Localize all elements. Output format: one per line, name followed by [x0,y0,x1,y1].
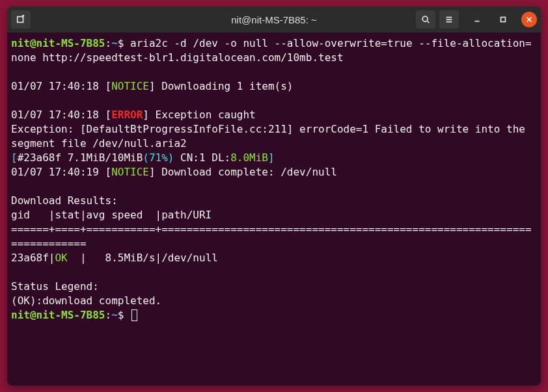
search-button[interactable] [416,10,435,29]
legend-header: Status Legend: [11,280,99,293]
cursor-icon [131,309,137,321]
menu-button[interactable] [439,10,459,29]
titlebar: nit@nit-MS-7B85: ~ [7,7,541,33]
svg-rect-0 [18,17,23,23]
progress-dl: 8.0MiB [230,151,268,164]
svg-point-3 [422,16,428,21]
new-tab-button[interactable] [11,10,31,29]
legend-text: (OK):download completed. [11,294,161,307]
results-header: Download Results: [11,194,118,207]
prompt2-sep: : [105,309,112,321]
notice1-tag: NOTICE [111,80,149,92]
error-tag: ERROR [111,109,143,121]
results-cols: gid |stat|avg speed |path/URI [11,209,212,221]
progress-main: #23a68f 7.1MiB/10MiB [18,151,143,164]
progress-cn: CN:1 DL: [174,151,230,164]
results-row-stat: OK [55,252,67,264]
prompt-dollar: $ [118,37,130,49]
prompt-cwd: ~ [111,37,118,49]
results-row-gid: 23a68f| [11,252,55,264]
notice1-msg: ] Downloading 1 item(s) [149,80,294,92]
svg-line-4 [428,21,430,23]
notice2-tag: NOTICE [111,166,149,178]
svg-rect-9 [501,18,506,22]
progress-pct: (71%) [143,151,174,164]
notice2-msg: ] Download complete: /dev/null [149,166,337,178]
close-button[interactable] [521,12,537,27]
notice1-ts: 01/07 17:40:18 [ [11,80,111,92]
results-divider: ======+====+===========+================… [11,223,532,250]
exception-text: Exception: [DefaultBtProgressInfoFile.cc… [11,123,532,150]
prompt2-dollar: $ [118,309,130,321]
error-msg: ] Exception caught [143,109,255,121]
prompt-sep: : [105,37,112,49]
progress-close: ] [268,151,275,164]
results-row-rest: | 8.5MiB/s|/dev/null [68,252,218,264]
prompt2-cwd: ~ [111,309,118,321]
maximize-button[interactable] [495,12,511,27]
notice2-ts: 01/07 17:40:19 [ [11,166,111,178]
prompt-userhost: nit@nit-MS-7B85 [11,37,105,49]
terminal-window: nit@nit-MS-7B85: ~ nit@nit-MS-7B85:~$ ar… [7,7,541,385]
progress-open: [ [11,151,18,164]
minimize-button[interactable] [469,12,485,27]
prompt2-userhost: nit@nit-MS-7B85 [11,309,105,321]
terminal-body[interactable]: nit@nit-MS-7B85:~$ aria2c -d /dev -o nul… [7,33,541,385]
error-ts: 01/07 17:40:18 [ [11,109,111,121]
